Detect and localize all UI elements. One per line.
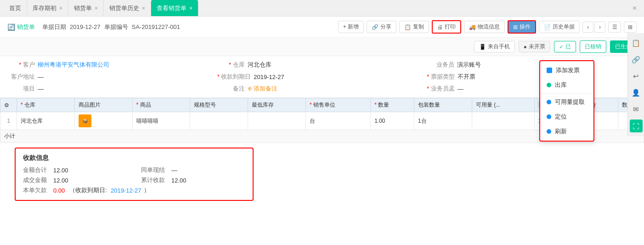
copy-button[interactable]: 📋 复制: [399, 21, 429, 33]
prev-button[interactable]: ‹: [582, 22, 593, 33]
row-product: 嘻嘻嘻嘻: [132, 112, 190, 130]
project-value: —: [38, 85, 44, 92]
tab-sales-history[interactable]: 销货单历史 ×: [104, 0, 151, 16]
tab-sales-order-label: 销货单: [74, 4, 92, 12]
row-pack-qty: 1台: [414, 112, 472, 130]
address-row: 客户地址 —: [7, 73, 217, 81]
receipt-cumulative-row: 累计收款 12.00: [141, 176, 245, 184]
receipt-same-order-value: —: [171, 167, 177, 174]
payment-date-row: 收款到期日 2019-12-27: [217, 73, 427, 81]
operate-button[interactable]: ⊞ 操作: [508, 20, 536, 34]
nav-arrows: ‹ ›: [582, 22, 605, 33]
receipt-total-label: 金额合计: [23, 166, 51, 174]
col-spec: 规格型号: [190, 98, 248, 112]
receipt-due-note: （收款到期日:: [69, 186, 107, 194]
print-button[interactable]: 🖨 打印: [432, 20, 461, 34]
logistics-button[interactable]: 🚚 物流信息: [464, 21, 505, 33]
row-img: 📦: [74, 112, 132, 130]
dropdown-item-refresh[interactable]: 刷新: [540, 124, 593, 139]
warehouse-row: 仓库 河北仓库: [217, 61, 427, 69]
already-sold-button[interactable]: 已核销: [580, 40, 606, 53]
doc-info: 单据日期 2019-12-27 单据编号 SA-20191227-001: [42, 23, 180, 31]
sidebar-icon-4[interactable]: 👤: [630, 86, 643, 99]
sidebar-icon-1[interactable]: 📋: [630, 37, 643, 50]
doc-title: 🔄 销货单: [7, 23, 35, 31]
staff-label: 业务员: [427, 61, 454, 69]
tab-home[interactable]: 首页: [4, 0, 27, 16]
right-sidebar: 📋 🔗 ↩ 👤 ✉ ⛶: [627, 33, 644, 136]
grid-view-button[interactable]: ⊞: [624, 22, 637, 33]
unopened-label: 未开票: [529, 43, 545, 51]
tab-view-sales[interactable]: 查看销货单 ×: [151, 0, 198, 16]
tab-view-sales-close[interactable]: ×: [189, 5, 192, 11]
from-phone-button[interactable]: 📱 来自手机: [474, 41, 515, 52]
receipt-due-date: 2019-12-27: [111, 187, 141, 194]
dropdown-item-locate[interactable]: 定位: [540, 109, 593, 124]
receipt-same-order-label: 同单现结: [141, 166, 169, 174]
row-unit: 台: [305, 112, 370, 130]
copy-icon: 📋: [404, 24, 411, 30]
receipt-deal-row: 成交金额 12.00: [23, 176, 127, 184]
doc-title-icon: 🔄: [7, 23, 15, 31]
dropdown-item-add-invoice[interactable]: 添加发票: [540, 63, 593, 78]
receipt-title: 收款信息: [23, 154, 245, 162]
col-pack-qty: 包装数量: [414, 98, 472, 112]
receipt-box: 收款信息 金额合计 12.00 同单现结 — 成交金额 12.00: [15, 148, 254, 201]
locate-label: 定位: [555, 113, 567, 121]
history-label: 历史单据: [553, 23, 575, 31]
add-remark-button[interactable]: ⊕ 添加备注: [248, 85, 278, 93]
copy-label: 复制: [413, 23, 424, 31]
tab-inventory-init[interactable]: 库存期初 ×: [27, 0, 68, 16]
window-close-button[interactable]: ×: [629, 4, 640, 12]
col-warehouse: 仓库: [17, 98, 75, 112]
share-icon: 🔗: [372, 24, 378, 30]
doc-no-value: SA-20191227-001: [132, 23, 181, 30]
dropdown-menu: 添加发票 出库 可用量提取 定位 刷新: [539, 60, 594, 142]
check-button[interactable]: ✓ 已: [554, 41, 576, 52]
col-gear[interactable]: ⚙: [0, 98, 17, 112]
sidebar-icon-fullscreen[interactable]: ⛶: [630, 120, 643, 132]
bottom-section: 收款信息 金额合计 12.00 同单现结 — 成交金额 12.00: [0, 144, 644, 208]
share-button[interactable]: 🔗 分享: [367, 21, 396, 33]
add-invoice-icon: [547, 68, 552, 73]
receipt-due-row: 本单欠款 0.00 （收款到期日: 2019-12-27 ）: [23, 186, 245, 194]
dropdown-item-outbound[interactable]: 出库: [540, 78, 593, 92]
receipt-due-end: ）: [144, 186, 150, 194]
warehouse-value: 河北仓库: [248, 61, 271, 69]
tab-home-label: 首页: [9, 4, 21, 12]
address-value: —: [38, 74, 44, 80]
list-view-button[interactable]: ☰: [608, 22, 621, 33]
outbound-icon: [547, 83, 551, 87]
new-button[interactable]: + 新增: [338, 21, 364, 33]
tab-sales-order[interactable]: 销货单 ×: [68, 0, 104, 16]
remark-row: 备注 ⊕ 添加备注: [217, 85, 427, 93]
payment-date-label: 收款到期日: [217, 73, 251, 81]
tab-sales-history-label: 销货单历史: [109, 4, 139, 12]
tab-inventory-init-close[interactable]: ×: [59, 5, 62, 11]
history-button[interactable]: 📄 历史单据: [539, 21, 580, 33]
tab-sales-history-close[interactable]: ×: [142, 5, 145, 11]
sidebar-icon-2[interactable]: 🔗: [630, 53, 643, 66]
staff-value: 演示账号: [457, 61, 481, 69]
staff2-label: 业务员孟: [427, 85, 455, 93]
col-qty: 数量: [371, 98, 414, 112]
locate-icon: [547, 114, 551, 119]
toolbar2: 📱 来自手机 ● 未开票 ✓ 已 已核销 已生效: [0, 38, 644, 56]
logistics-label: 物流信息: [478, 23, 500, 31]
dropdown-item-available[interactable]: 可用量提取: [540, 95, 593, 109]
sidebar-icon-5[interactable]: ✉: [630, 103, 643, 116]
available-label: 可用量提取: [555, 98, 585, 106]
staff-row: 业务员 演示账号: [427, 61, 637, 69]
unopened-button[interactable]: ● 未开票: [519, 41, 550, 52]
receipt-deal-label: 成交金额: [23, 176, 51, 184]
col-product: 商品: [132, 98, 190, 112]
row-num: 1: [0, 112, 17, 130]
refresh-icon: [547, 129, 551, 134]
next-button[interactable]: ›: [594, 22, 605, 33]
sidebar-icon-3[interactable]: ↩: [630, 70, 643, 83]
staff2-value: —: [458, 85, 463, 92]
col-min-stock: 最低库存: [248, 98, 306, 112]
invoice-label: 票据类型: [427, 73, 455, 81]
tab-sales-order-close[interactable]: ×: [95, 5, 98, 11]
tab-bar: 首页 库存期初 × 销货单 × 销货单历史 × 查看销货单 × ×: [0, 0, 644, 17]
